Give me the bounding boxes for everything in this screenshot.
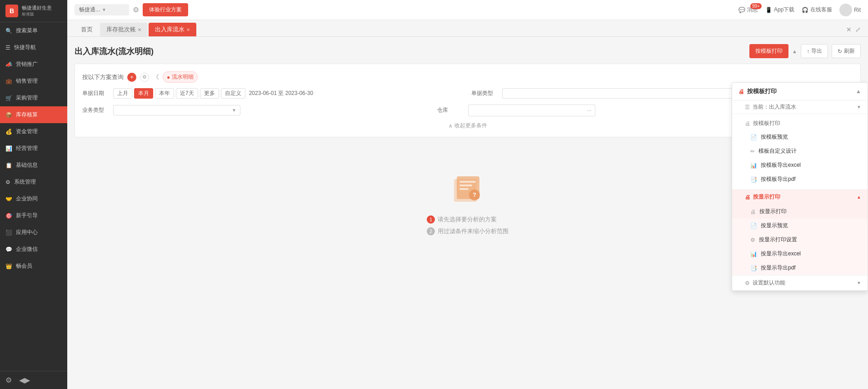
step-1-num: 1	[427, 215, 435, 224]
display-excel-label: 按显示导出excel	[761, 250, 801, 258]
inventory-icon: 📦	[5, 112, 12, 118]
message-btn[interactable]: 💬 消息 99+	[738, 6, 758, 14]
display-print-settings-item[interactable]: ⚙ 按显示打印设置	[732, 233, 868, 247]
sidebar-item-label: 搜索菜单	[16, 27, 38, 35]
user-selector[interactable]: 畅捷通... ▼	[75, 4, 129, 15]
empty-step-1: 1 请先选择要分析的方案	[427, 214, 509, 225]
sidebar-item-label: 经营管理	[16, 145, 38, 152]
template-preview-label: 按模板预览	[761, 133, 788, 141]
filter-warehouse-select[interactable]: ···	[468, 105, 595, 116]
display-preview-icon: 📄	[750, 223, 757, 229]
sidebar-item-sales[interactable]: 💼 销售管理	[0, 73, 67, 90]
maximize-icon[interactable]: ⤢	[855, 26, 861, 33]
step-1-label: 请先选择要分析的方案	[438, 214, 497, 225]
filter-date-item: 单据日期 上月 本月 本年 近7天 更多 自定义 2023-06-01 至 20…	[82, 88, 464, 99]
date-btn-last-month[interactable]: 上月	[113, 88, 132, 99]
sidebar-item-label: 销售管理	[16, 77, 38, 85]
user-avatar-area[interactable]: Rit	[839, 4, 861, 16]
tab-flow[interactable]: 出入库流水 ✕	[149, 23, 196, 36]
tab-flow-close-icon[interactable]: ✕	[186, 27, 190, 32]
sidebar-item-basic[interactable]: 📋 基础信息	[0, 157, 67, 174]
purchase-icon: 🛒	[5, 95, 12, 101]
biztype-dropdown-icon: ▼	[232, 108, 236, 113]
sidebar-item-label: 快捷导航	[14, 44, 36, 51]
pdf-icon: 📑	[750, 176, 757, 183]
trial-btn[interactable]: 体验行业方案	[143, 3, 188, 16]
date-btn-custom[interactable]: 自定义	[221, 88, 245, 99]
sidebar-item-finance[interactable]: 💰 资金管理	[0, 123, 67, 140]
print-arrow-icon[interactable]: ▲	[792, 49, 797, 54]
member-icon: 👑	[5, 263, 12, 269]
display-print-section-icon: 🖨	[745, 194, 750, 200]
filter-biztype-select[interactable]: ▼	[113, 105, 240, 115]
filter-add-btn[interactable]: +	[127, 73, 136, 82]
sidebar-item-quick[interactable]: ☰ 快捷导航	[0, 39, 67, 56]
date-btn-this-month[interactable]: 本月	[134, 88, 153, 99]
tab-home-label: 首页	[81, 25, 93, 34]
dropdown-header[interactable]: 🖨 按模板打印 ▲	[732, 83, 868, 100]
set-default-row[interactable]: ⚙ 设置默认功能 ▼	[732, 275, 868, 290]
display-pdf-label: 按显示导出pdf	[761, 264, 796, 272]
sidebar-item-purchase[interactable]: 🛒 采购管理	[0, 90, 67, 106]
filter-tag-icon: ●	[167, 74, 170, 80]
step-2-label: 用过滤条件来缩小分析范围	[438, 225, 509, 237]
template-pdf-item[interactable]: 📑 按模板导出pdf	[732, 172, 868, 186]
date-range-display: 2023-06-01 至 2023-06-30	[249, 90, 313, 97]
display-print-item[interactable]: 🖨 按显示打印	[732, 204, 868, 219]
date-btn-7days[interactable]: 近7天	[176, 88, 198, 99]
topbar-right: 💬 消息 99+ 📱 App下载 🎧 在线客服 Rit	[738, 4, 861, 16]
date-btn-this-year[interactable]: 本年	[155, 88, 174, 99]
user-display-name: Rit	[854, 7, 861, 13]
template-preview-item[interactable]: 📄 按模板预览	[732, 130, 868, 144]
filter-biztype-item: 业务类型 ▼	[82, 105, 430, 115]
app-download-btn[interactable]: 📱 App下载	[765, 6, 794, 14]
sidebar-item-appstore[interactable]: ⬛ 应用中心	[0, 224, 67, 241]
warehouse-more-icon[interactable]: ···	[587, 107, 591, 114]
phone-icon: 📱	[765, 7, 772, 13]
template-excel-item[interactable]: 📊 按模板导出excel	[732, 158, 868, 172]
app-version: 标准版	[22, 11, 52, 17]
settings-icon[interactable]: ⚙	[5, 376, 12, 384]
sidebar-item-operation[interactable]: 📊 经营管理	[0, 140, 67, 157]
dropdown-collapse-icon: ▲	[856, 88, 861, 95]
sidebar-item-inventory[interactable]: 📦 库存核算	[0, 106, 67, 123]
filter-collapse-btn[interactable]: 《	[153, 73, 159, 81]
sidebar-item-collab[interactable]: 🤝 企业协同	[0, 190, 67, 207]
topbar-gear-icon[interactable]: ⚙	[133, 5, 139, 14]
sidebar-item-wechat[interactable]: 💬 企业微信	[0, 241, 67, 258]
template-print-label: 按模板打印	[753, 120, 780, 127]
display-pdf-item[interactable]: 📑 按显示导出pdf	[732, 261, 868, 275]
app-logo-icon: B	[5, 5, 18, 17]
sidebar-item-system[interactable]: ⚙ 系统管理	[0, 174, 67, 190]
sidebar-item-marketing[interactable]: 📣 营销推广	[0, 56, 67, 73]
date-btn-more[interactable]: 更多	[200, 88, 219, 99]
tab-batch-close-icon[interactable]: ✕	[138, 27, 141, 32]
tab-batch[interactable]: 库存批次账 ✕	[100, 23, 148, 36]
page-title: 出入库流水(流水明细)	[75, 46, 154, 57]
template-print-header[interactable]: 🖨 按模板打印	[732, 117, 868, 130]
close-window-icon[interactable]: ✕	[846, 26, 852, 33]
sidebar-item-member[interactable]: 👑 畅会员	[0, 258, 67, 274]
sidebar-item-search[interactable]: 🔍 搜索菜单	[0, 22, 67, 39]
sidebar-item-guide[interactable]: 🎯 新手引导	[0, 207, 67, 224]
template-custom-item[interactable]: ✏ 模板自定义设计	[732, 144, 868, 158]
service-btn[interactable]: 🎧 在线客服	[802, 6, 832, 14]
tab-home[interactable]: 首页	[75, 23, 99, 36]
filter-tag[interactable]: ● 流水明细	[163, 71, 198, 83]
set-default-label: 设置默认功能	[753, 279, 785, 287]
export-btn[interactable]: ↑ 导出	[801, 44, 828, 58]
empty-steps: 1 请先选择要分析的方案 2 用过滤条件来缩小分析范围	[427, 214, 509, 237]
svg-text:?: ?	[473, 191, 476, 198]
display-preview-item[interactable]: 📄 按显示预览	[732, 219, 868, 233]
display-print-header[interactable]: 🖨 按显示打印 ▲	[732, 190, 868, 204]
app-name-block: 畅捷通好生意 标准版	[22, 5, 52, 17]
filter-settings-btn[interactable]: ⚙	[140, 73, 149, 82]
date-buttons: 上月 本月 本年 近7天 更多 自定义	[113, 88, 245, 99]
collapse-sidebar-icon[interactable]: ◀▶	[19, 376, 30, 384]
template-print-icon: 🖨	[745, 120, 750, 127]
page-header-row: 出入库流水(流水明细) 按模板打印 ▲ ↑ 导出 ↻ 刷新	[75, 44, 861, 58]
display-excel-item[interactable]: 📊 按显示导出excel	[732, 247, 868, 261]
collapse-label: 收起更多条件	[454, 122, 487, 130]
refresh-btn[interactable]: ↻ 刷新	[832, 44, 861, 58]
print-btn[interactable]: 按模板打印	[749, 44, 788, 58]
